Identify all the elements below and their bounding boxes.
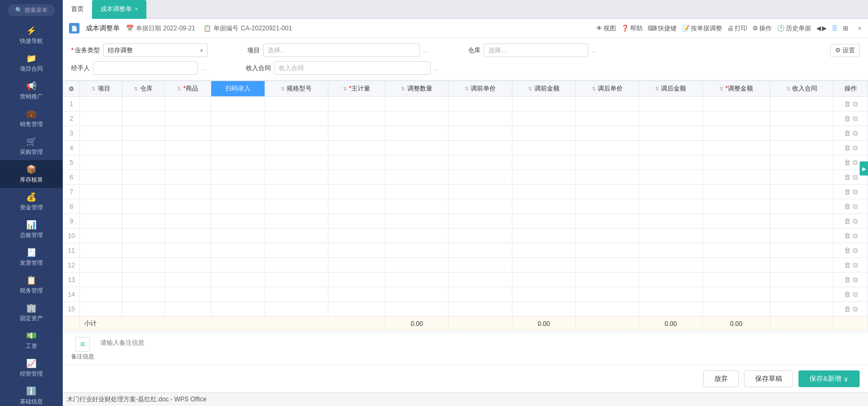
- cell-10-12[interactable]: [770, 229, 833, 243]
- action-help[interactable]: ❓ 帮助: [621, 24, 643, 33]
- cell-6-4[interactable]: [265, 170, 328, 185]
- cell-7-0[interactable]: [80, 185, 122, 199]
- cell-15-1[interactable]: [122, 302, 165, 317]
- cell-11-12[interactable]: [770, 243, 833, 258]
- sidebar-item-basic-info[interactable]: ℹ️ 基础信息: [0, 382, 63, 406]
- cell-9-7[interactable]: [449, 214, 512, 229]
- copy-icon-13[interactable]: ⧉: [853, 276, 858, 284]
- cell-1-9[interactable]: [576, 97, 639, 111]
- cell-2-1[interactable]: [122, 111, 165, 126]
- cell-10-7[interactable]: [449, 229, 512, 243]
- cell-11-6[interactable]: [385, 243, 448, 258]
- cell-11-4[interactable]: [265, 243, 328, 258]
- tab-cost-adjustment[interactable]: 成本调整单 ×: [92, 0, 146, 19]
- copy-icon-4[interactable]: ⧉: [853, 144, 858, 152]
- cell-15-2[interactable]: [165, 302, 211, 317]
- save-new-button[interactable]: 保存&新增 ∨: [798, 370, 860, 387]
- cell-3-6[interactable]: [385, 126, 448, 141]
- cell-13-10[interactable]: [639, 273, 702, 287]
- cell-8-0[interactable]: [80, 199, 122, 214]
- cell-8-5[interactable]: [328, 199, 385, 214]
- project-more[interactable]: ...: [423, 47, 428, 54]
- cell-8-3[interactable]: [211, 199, 265, 214]
- action-operation[interactable]: ⚙ 操作: [752, 24, 772, 33]
- cell-3-9[interactable]: [576, 126, 639, 141]
- handler-more[interactable]: ...: [201, 64, 206, 72]
- cell-7-11[interactable]: [702, 185, 770, 199]
- cell-6-2[interactable]: [165, 170, 211, 185]
- cell-4-1[interactable]: [122, 141, 165, 155]
- cell-14-5[interactable]: [328, 287, 385, 302]
- cell-15-7[interactable]: [449, 302, 512, 317]
- cell-14-12[interactable]: [770, 287, 833, 302]
- cell-8-7[interactable]: [449, 199, 512, 214]
- copy-icon-5[interactable]: ⧉: [853, 159, 858, 167]
- cell-12-12[interactable]: [770, 258, 833, 273]
- discard-button[interactable]: 放弃: [703, 370, 739, 387]
- copy-icon-3[interactable]: ⧉: [853, 129, 858, 138]
- warehouse-input[interactable]: 选择...: [484, 43, 588, 57]
- copy-icon-8[interactable]: ⧉: [853, 202, 858, 211]
- cell-5-9[interactable]: [576, 155, 639, 170]
- cell-4-8[interactable]: [512, 141, 575, 155]
- cell-12-10[interactable]: [639, 258, 702, 273]
- cell-1-3[interactable]: [211, 97, 265, 111]
- sidebar-item-payroll[interactable]: 💵 工资: [0, 326, 63, 354]
- cell-15-9[interactable]: [576, 302, 639, 317]
- sidebar-item-ledger[interactable]: 📊 总账管理: [0, 216, 63, 243]
- cell-10-5[interactable]: [328, 229, 385, 243]
- cell-2-10[interactable]: [639, 111, 702, 126]
- cell-10-4[interactable]: [265, 229, 328, 243]
- cell-7-5[interactable]: [328, 185, 385, 199]
- cell-12-0[interactable]: [80, 258, 122, 273]
- cell-8-10[interactable]: [639, 199, 702, 214]
- cell-10-10[interactable]: [639, 229, 702, 243]
- cell-7-2[interactable]: [165, 185, 211, 199]
- cell-15-12[interactable]: [770, 302, 833, 317]
- delete-icon-14[interactable]: 🗑: [844, 290, 851, 299]
- delete-icon-10[interactable]: 🗑: [844, 232, 851, 240]
- cell-8-12[interactable]: [770, 199, 833, 214]
- tab-home[interactable]: 首页: [63, 0, 92, 19]
- delete-icon-9[interactable]: 🗑: [844, 217, 851, 225]
- cell-3-12[interactable]: [770, 126, 833, 141]
- cell-2-0[interactable]: [80, 111, 122, 126]
- income-contract-more[interactable]: ...: [434, 64, 439, 72]
- cell-6-10[interactable]: [639, 170, 702, 185]
- cell-7-4[interactable]: [265, 185, 328, 199]
- sidebar-item-purchase[interactable]: 🛒 采购管理: [0, 132, 63, 160]
- cell-9-2[interactable]: [165, 214, 211, 229]
- cell-1-5[interactable]: [328, 97, 385, 111]
- cell-15-5[interactable]: [328, 302, 385, 317]
- sidebar-item-sales[interactable]: 💼 销售管理: [0, 105, 63, 132]
- cell-11-5[interactable]: [328, 243, 385, 258]
- cell-4-10[interactable]: [639, 141, 702, 155]
- cell-9-4[interactable]: [265, 214, 328, 229]
- cell-6-3[interactable]: [211, 170, 265, 185]
- cell-9-3[interactable]: [211, 214, 265, 229]
- cell-13-3[interactable]: [211, 273, 265, 287]
- copy-icon-14[interactable]: ⧉: [853, 290, 858, 299]
- copy-icon-1[interactable]: ⧉: [853, 100, 858, 108]
- delete-icon-7[interactable]: 🗑: [844, 188, 851, 196]
- cell-11-10[interactable]: [639, 243, 702, 258]
- cell-15-6[interactable]: [385, 302, 448, 317]
- cell-14-1[interactable]: [122, 287, 165, 302]
- cell-12-5[interactable]: [328, 258, 385, 273]
- cell-1-4[interactable]: [265, 97, 328, 111]
- business-type-input[interactable]: 结存调整 ▾: [103, 43, 208, 57]
- cell-12-11[interactable]: [702, 258, 770, 273]
- cell-12-7[interactable]: [449, 258, 512, 273]
- copy-icon-9[interactable]: ⧉: [853, 217, 858, 225]
- handler-input[interactable]: [93, 61, 198, 75]
- cell-1-8[interactable]: [512, 97, 575, 111]
- cell-5-10[interactable]: [639, 155, 702, 170]
- taskbar-label[interactable]: 木门行业好业财处理方案-磊红红.doc - WPS Office: [67, 396, 207, 403]
- income-contract-input[interactable]: 收入合同: [274, 61, 431, 75]
- cell-5-5[interactable]: [328, 155, 385, 170]
- cell-6-1[interactable]: [122, 170, 165, 185]
- cell-4-12[interactable]: [770, 141, 833, 155]
- cell-10-6[interactable]: [385, 229, 448, 243]
- sidebar-item-management[interactable]: 📈 经营管理: [0, 354, 63, 382]
- sidebar-item-inventory[interactable]: 📦 库存核算: [0, 160, 63, 188]
